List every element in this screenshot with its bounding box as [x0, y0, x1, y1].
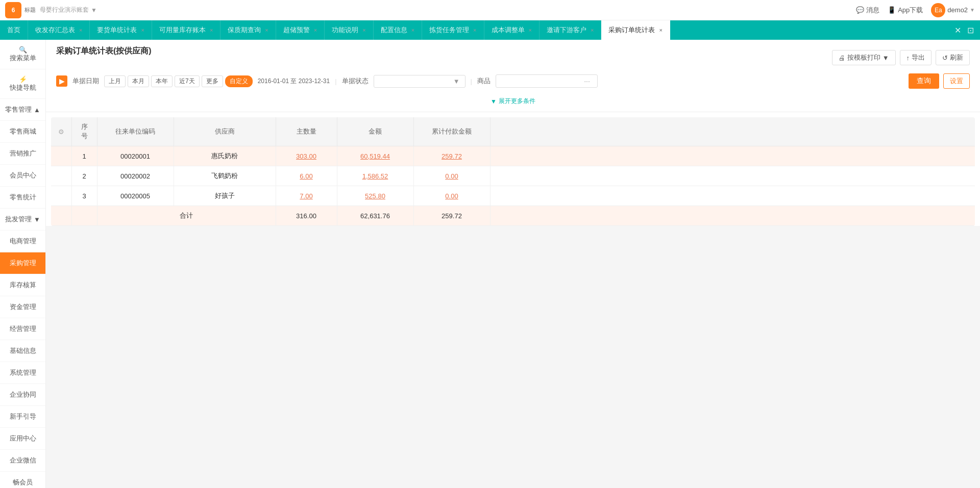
- app-download-btn[interactable]: 📱 App下载: [888, 6, 923, 15]
- tabs-menu-btn[interactable]: ⊡: [965, 23, 976, 37]
- sidebar-item-new-guide[interactable]: 新手引导: [0, 406, 45, 428]
- message-btn[interactable]: 💬 消息: [856, 6, 879, 15]
- sidebar-item-search[interactable]: 🔍 搜索菜单: [0, 40, 45, 69]
- close-tab-picking-task[interactable]: ×: [473, 27, 476, 33]
- sidebar-item-purchase-mgmt[interactable]: 采购管理: [0, 252, 45, 274]
- top-bar-left: 6 标题 母婴行业演示账套 ▼: [5, 2, 97, 18]
- sidebar-item-finance-mgmt[interactable]: 资金管理: [0, 296, 45, 318]
- table-row: 3 00020005 好孩子 7.00 525.80 0.00: [51, 186, 975, 206]
- close-tab-config-info[interactable]: ×: [411, 27, 414, 33]
- close-tab-overstock-warning[interactable]: ×: [314, 27, 317, 33]
- settings-btn[interactable]: 设置: [943, 73, 970, 89]
- logo-icon: 6: [5, 2, 21, 18]
- close-tab-shelf-life[interactable]: ×: [265, 27, 268, 33]
- col-settings[interactable]: ⚙: [51, 117, 71, 146]
- close-tab-purchase-summary[interactable]: ×: [659, 27, 662, 33]
- sidebar-item-app-center[interactable]: 应用中心: [0, 428, 45, 450]
- print-dropdown-arrow: ▼: [883, 54, 889, 62]
- goods-input-more-btn[interactable]: ···: [582, 77, 592, 85]
- date-btn-this-month[interactable]: 本月: [128, 75, 149, 87]
- close-tab-receive-summary[interactable]: ×: [79, 27, 82, 33]
- sidebar-item-system-mgmt-label: 系统管理: [3, 368, 42, 377]
- tab-home[interactable]: 首页: [0, 20, 28, 40]
- sidebar-item-wholesale-mgmt-label: 批发管理: [5, 215, 32, 224]
- sidebar-item-ecommerce-mgmt[interactable]: 电商管理: [0, 230, 45, 252]
- tab-purchase-summary[interactable]: 采购订单统计表 ×: [601, 20, 670, 40]
- sidebar-item-retail-stats[interactable]: 零售统计: [0, 187, 45, 209]
- refresh-btn[interactable]: ↺ 刷新: [936, 50, 970, 65]
- date-btn-custom[interactable]: 自定义: [225, 75, 253, 87]
- sidebar-item-quick-nav[interactable]: ⚡ 快捷导航: [0, 69, 45, 99]
- tab-invite-downstream[interactable]: 邀请下游客户 ×: [540, 20, 601, 40]
- close-tab-cost-adjust[interactable]: ×: [529, 27, 532, 33]
- expand-arrow-icon: ▼: [491, 98, 497, 105]
- row1-qty[interactable]: 303.00: [276, 146, 337, 166]
- sidebar-item-vip-member-label: 畅会员: [3, 478, 42, 487]
- sidebar-item-system-mgmt[interactable]: 系统管理: [0, 362, 45, 384]
- print-label: 按模板打印: [847, 53, 880, 62]
- tab-picking-task[interactable]: 拣货任务管理 ×: [422, 20, 484, 40]
- date-filter-label: 单据日期: [72, 76, 99, 86]
- query-btn[interactable]: 查询: [909, 73, 939, 89]
- row3-amount[interactable]: 525.80: [337, 186, 413, 206]
- sidebar-item-retail-mgmt[interactable]: 零售管理 ▲: [0, 99, 45, 121]
- breadcrumb-arrow: ▼: [91, 7, 97, 14]
- date-btn-this-year[interactable]: 本年: [151, 75, 173, 87]
- tab-overstock-warning[interactable]: 超储预警 ×: [276, 20, 325, 40]
- sidebar-item-vip-member[interactable]: 畅会员: [0, 472, 45, 488]
- row3-qty[interactable]: 7.00: [276, 186, 337, 206]
- date-btn-7days[interactable]: 近7天: [175, 75, 200, 87]
- sidebar-item-inventory-check[interactable]: 库存核算: [0, 274, 45, 296]
- sidebar-item-member-center-label: 会员中心: [3, 171, 42, 180]
- close-tab-order-summary[interactable]: ×: [141, 27, 144, 33]
- tab-function-desc[interactable]: 功能说明 ×: [325, 20, 373, 40]
- app-icon: 📱: [888, 6, 896, 14]
- tab-cost-adjust-label: 成本调整单: [492, 25, 525, 35]
- status-select[interactable]: ▼: [374, 75, 465, 88]
- row2-supplier: 飞鹤奶粉: [174, 166, 276, 186]
- nav-tabs-end: ✕ ⊡: [952, 23, 980, 37]
- close-tab-function-desc[interactable]: ×: [362, 27, 365, 33]
- row1-paid[interactable]: 259.72: [413, 146, 490, 166]
- sidebar-item-marketing[interactable]: 营销推广: [0, 143, 45, 165]
- filter-toggle-btn[interactable]: ▶: [56, 75, 67, 87]
- row2-amount[interactable]: 1,586.52: [337, 166, 413, 186]
- print-btn[interactable]: 🖨 按模板打印 ▼: [832, 50, 896, 65]
- tab-order-summary[interactable]: 要货单统计表 ×: [90, 20, 152, 40]
- sidebar-item-new-guide-label: 新手引导: [3, 412, 42, 421]
- row2-extra: [490, 166, 975, 186]
- date-btn-last-month[interactable]: 上月: [104, 75, 126, 87]
- sidebar-item-retail-store[interactable]: 零售商城: [0, 121, 45, 143]
- sidebar-item-wholesale-mgmt[interactable]: 批发管理 ▼: [0, 209, 45, 230]
- tab-cost-adjust[interactable]: 成本调整单 ×: [484, 20, 540, 40]
- tab-config-info[interactable]: 配置信息 ×: [374, 20, 422, 40]
- row2-qty[interactable]: 6.00: [276, 166, 337, 186]
- close-tab-available-inventory[interactable]: ×: [210, 27, 213, 33]
- export-icon: ↑: [906, 54, 910, 62]
- sidebar-item-enterprise-wechat[interactable]: 企业微信: [0, 450, 45, 472]
- tab-shelf-life[interactable]: 保质期查询 ×: [220, 20, 276, 40]
- close-all-tabs-btn[interactable]: ✕: [952, 23, 963, 37]
- date-btn-more[interactable]: 更多: [202, 75, 223, 87]
- export-btn[interactable]: ↑ 导出: [900, 50, 932, 65]
- tab-available-inventory[interactable]: 可用量库存账本 ×: [152, 20, 220, 40]
- row2-paid[interactable]: 0.00: [413, 166, 490, 186]
- close-tab-invite-downstream[interactable]: ×: [591, 27, 594, 33]
- tab-receive-summary-label: 收发存汇总表: [35, 25, 75, 35]
- row1-amount[interactable]: 60,519.44: [337, 146, 413, 166]
- row3-paid[interactable]: 0.00: [413, 186, 490, 206]
- tab-receive-summary[interactable]: 收发存汇总表 ×: [28, 20, 90, 40]
- goods-input[interactable]: ···: [496, 74, 598, 88]
- row3-extra: [490, 186, 975, 206]
- row2-num: 2: [71, 166, 97, 186]
- sidebar-item-operations-mgmt[interactable]: 经营管理: [0, 318, 45, 340]
- footer-label: 合计: [97, 206, 276, 226]
- sidebar-item-basic-info[interactable]: 基础信息: [0, 340, 45, 362]
- sidebar-item-member-center[interactable]: 会员中心: [0, 165, 45, 187]
- avatar: Ea: [931, 3, 945, 17]
- user-menu[interactable]: Ea demo2 ▼: [931, 3, 975, 17]
- sidebar-item-basic-info-label: 基础信息: [3, 346, 42, 355]
- expand-more-btn[interactable]: ▼ 展开更多条件: [491, 97, 535, 106]
- filter-divider-1: |: [335, 78, 336, 85]
- sidebar-item-enterprise-collab[interactable]: 企业协同: [0, 384, 45, 406]
